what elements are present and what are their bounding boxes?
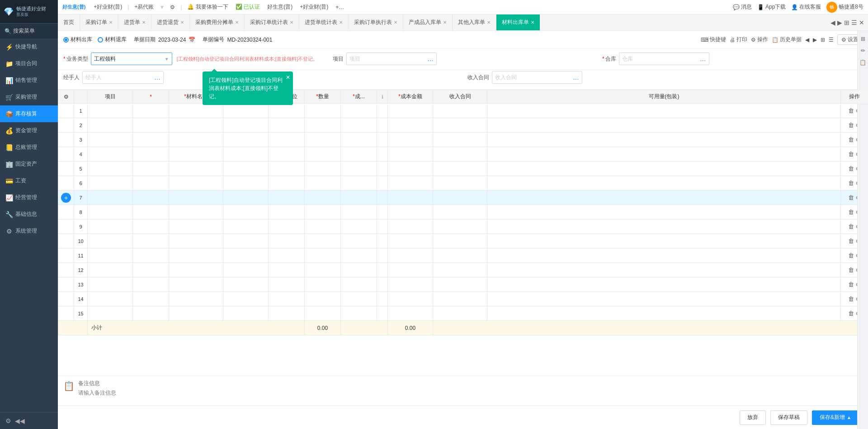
topbar-nav-haoyecai[interactable]: +好业财(普): [91, 3, 125, 11]
delete-row-icon[interactable]: 🗑: [848, 194, 854, 201]
income-contract-dots-icon[interactable]: …: [573, 74, 579, 81]
tab-close-purchase-fee[interactable]: ✕: [235, 20, 239, 25]
sidebar-item-purchase[interactable]: 🛒 采购管理: [0, 89, 58, 105]
cell-material-code[interactable]: [133, 191, 169, 205]
delete-row-icon[interactable]: 🗑: [848, 209, 854, 215]
tab-prev-icon[interactable]: ◀: [830, 19, 835, 26]
tab-finished-in[interactable]: 产成品入库单✕: [403, 14, 453, 30]
topbar-app-download[interactable]: 📱 App下载: [757, 3, 786, 11]
right-icon-2[interactable]: ✏: [859, 46, 868, 55]
list-view-icon[interactable]: ☰: [829, 37, 834, 43]
cell-available-qty[interactable]: [487, 191, 841, 205]
sidebar-item-shortcut[interactable]: ⚡ 快捷导航: [0, 38, 58, 55]
handler-select[interactable]: 经手人 …: [82, 71, 164, 84]
right-icon-3[interactable]: 📋: [859, 58, 868, 67]
sidebar-item-assets[interactable]: 🏢 固定资产: [0, 156, 58, 172]
tab-purchase-fee[interactable]: 采购费用分摊单✕: [190, 14, 245, 30]
cell-cost-price[interactable]: [341, 191, 377, 205]
topbar-nav-more[interactable]: +…: [333, 4, 347, 10]
topbar-nav-haoshengyi2[interactable]: 好生意(普): [264, 3, 295, 11]
project-dots-icon[interactable]: …: [427, 55, 434, 62]
cell-cost-info[interactable]: [377, 191, 388, 205]
topbar-nav-haoyecai2[interactable]: +好业财(普): [297, 3, 331, 11]
delete-row-icon[interactable]: 🗑: [848, 267, 854, 273]
tab-list-icon[interactable]: ☰: [851, 19, 857, 26]
tab-close-finished-in[interactable]: ✕: [443, 20, 447, 25]
delete-row-icon[interactable]: 🗑: [848, 107, 854, 114]
tab-close-purchase-stat[interactable]: ✕: [290, 20, 293, 25]
radio-material-return[interactable]: 材料退库: [98, 36, 127, 43]
sidebar-item-operations[interactable]: 📈 经营管理: [0, 189, 58, 206]
cell-cost-amount[interactable]: [388, 191, 433, 205]
calendar-icon[interactable]: 📅: [189, 37, 195, 43]
tab-close-other-in[interactable]: ✕: [487, 20, 491, 25]
input-project[interactable]: [90, 195, 130, 201]
delete-row-icon[interactable]: 🗑: [848, 310, 854, 317]
tab-close-purchase-in[interactable]: ✕: [142, 20, 146, 25]
tab-close-material-out[interactable]: ✕: [531, 20, 534, 25]
delete-row-icon[interactable]: 🗑: [848, 238, 854, 244]
tab-other-in[interactable]: 其他入库单✕: [453, 14, 496, 30]
sidebar-item-sales[interactable]: 📊 销售管理: [0, 72, 58, 89]
tab-close-in-stat[interactable]: ✕: [339, 20, 343, 25]
cell-material-name[interactable]: [169, 191, 223, 205]
note-input[interactable]: [78, 389, 863, 402]
tab-purchase-order[interactable]: 采购订单✕: [80, 14, 118, 30]
income-contract-select[interactable]: 收入合同 …: [492, 71, 582, 84]
tab-close-order-exec[interactable]: ✕: [394, 20, 397, 25]
tab-close-purchase-return[interactable]: ✕: [180, 20, 184, 25]
save-new-button[interactable]: 保存&新增 ▲: [812, 410, 859, 425]
cell-qty[interactable]: [305, 191, 341, 205]
nav-prev-icon[interactable]: ◀: [805, 37, 809, 43]
topbar-user[interactable]: 畅 畅捷通8号: [826, 2, 863, 13]
tab-order-exec[interactable]: 采购订单执行表✕: [349, 14, 403, 30]
tab-close-all-icon[interactable]: ✕: [859, 19, 864, 26]
quick-key-btn[interactable]: ⌨ 快捷键: [701, 36, 726, 43]
tab-purchase-stat[interactable]: 采购订单统计表✕: [245, 14, 299, 30]
tab-home[interactable]: 首页: [58, 14, 80, 30]
sidebar-item-accounting[interactable]: 📒 总账管理: [0, 139, 58, 156]
sidebar-item-system[interactable]: ⚙ 系统管理: [0, 223, 58, 239]
sidebar-item-basic[interactable]: 🔧 基础信息: [0, 206, 58, 223]
tab-next-icon[interactable]: ▶: [837, 19, 842, 26]
handler-dots-icon[interactable]: …: [154, 74, 160, 81]
business-type-select[interactable]: 工程领料 ▼: [91, 52, 172, 65]
delete-row-icon[interactable]: 🗑: [848, 252, 854, 259]
project-select[interactable]: 项目 …: [346, 52, 437, 65]
tab-purchase-in[interactable]: 进货单✕: [118, 14, 151, 30]
operations-btn[interactable]: ⚙ 操作: [751, 36, 768, 43]
nav-next-icon[interactable]: ▶: [813, 37, 817, 43]
tab-in-stat[interactable]: 进货单统计表✕: [299, 14, 349, 30]
cell-income-contract[interactable]: [433, 191, 487, 205]
cell-spec[interactable]: [223, 191, 269, 205]
delete-row-icon[interactable]: 🗑: [848, 165, 854, 172]
delete-row-icon[interactable]: 🗑: [848, 180, 854, 186]
delete-row-icon[interactable]: 🗑: [848, 296, 854, 302]
delete-row-icon[interactable]: 🗑: [848, 223, 854, 230]
table-view-icon[interactable]: ⊞: [821, 37, 825, 43]
topbar-nav-yidaizhang[interactable]: +易代账: [132, 3, 156, 11]
topbar-settings-icon[interactable]: ⚙: [167, 4, 178, 10]
cell-project[interactable]: [88, 191, 133, 205]
tab-close-purchase-order[interactable]: ✕: [109, 20, 113, 25]
warehouse-select[interactable]: 仓库 …: [619, 52, 709, 65]
add-row-button[interactable]: +: [61, 193, 71, 203]
right-icon-1[interactable]: ⊞: [859, 34, 868, 43]
sidebar-item-payroll[interactable]: 💳 工资: [0, 172, 58, 189]
tab-purchase-return[interactable]: 进货退货✕: [151, 14, 190, 30]
print-btn[interactable]: 🖨 打印: [730, 36, 747, 43]
delete-row-icon[interactable]: 🗑: [848, 122, 854, 129]
th-cost-info[interactable]: ℹ: [377, 90, 388, 104]
collapse-icon[interactable]: ◀◀: [15, 417, 25, 424]
tab-material-out[interactable]: 材料出库单✕: [496, 14, 540, 30]
radio-material-out[interactable]: 材料出库: [63, 36, 92, 43]
tooltip-close-icon[interactable]: ✕: [286, 73, 290, 81]
settings-bottom-icon[interactable]: ⚙: [5, 417, 11, 424]
sidebar-item-project[interactable]: 📁 项目合同: [0, 55, 58, 72]
save-draft-button[interactable]: 保存草稿: [770, 410, 807, 425]
sidebar-item-finance[interactable]: 💰 资金管理: [0, 122, 58, 139]
discard-button[interactable]: 放弃: [740, 410, 766, 425]
delete-row-icon[interactable]: 🗑: [848, 151, 854, 157]
th-settings[interactable]: ⚙: [58, 90, 74, 104]
topbar-message[interactable]: 💬 消息: [733, 3, 752, 11]
